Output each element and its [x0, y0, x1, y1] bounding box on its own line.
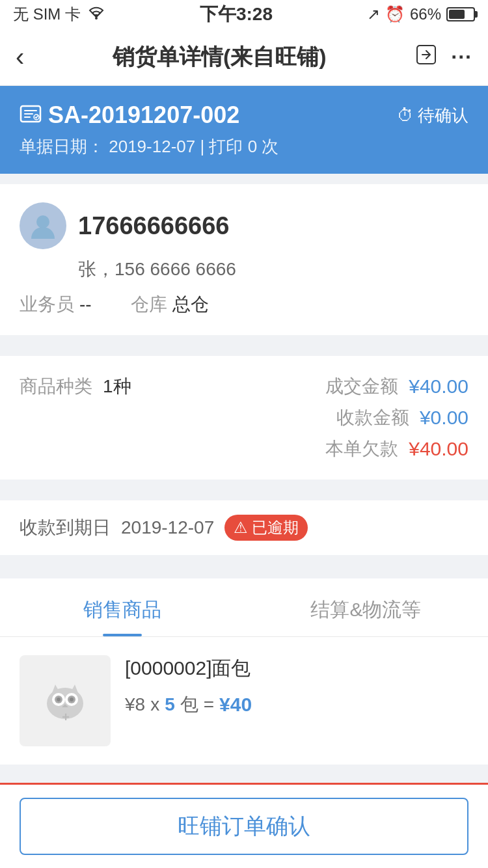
customer-card: 17666666666 张，156 6666 6666 业务员 -- 仓库 总仓 [0, 184, 488, 335]
product-unit: 包 [180, 692, 198, 717]
owed-label: 本单欠款 [325, 437, 398, 461]
tab-sales-label: 销售商品 [83, 599, 161, 620]
bottom-bar: 旺铺订单确认 [0, 783, 488, 868]
warehouse-label: 仓库 [131, 292, 167, 317]
owed-value: ¥40.00 [409, 438, 468, 460]
order-id-text: SA-20191207-002 [48, 102, 239, 129]
status-left: 无 SIM 卡 [13, 4, 105, 25]
nav-left: ‹ [16, 42, 24, 72]
svg-marker-13 [52, 685, 60, 693]
product-total: ¥40 [219, 694, 252, 716]
print-count: 0 [248, 137, 257, 156]
svg-point-4 [36, 215, 49, 228]
product-card: + [0000002]面包 ¥8 x 5 包 = ¥40 [0, 637, 488, 765]
due-date-value: 2019-12-07 [121, 517, 214, 538]
more-icon[interactable]: ··· [451, 45, 472, 69]
sales-label: 业务员 [20, 292, 74, 317]
sales-info: 业务员 -- [20, 292, 92, 317]
product-price-row: ¥8 x 5 包 = ¥40 [125, 692, 468, 717]
back-button[interactable]: ‹ [16, 42, 24, 72]
status-icon: ⏱ [397, 105, 414, 126]
nav-right: ··· [414, 43, 472, 71]
overdue-text: 已逾期 [252, 517, 299, 538]
product-image: + [20, 655, 111, 746]
owed-row: 本单欠款 ¥40.00 [325, 437, 468, 461]
product-logo: + [39, 675, 91, 727]
equals-sign: = [204, 694, 214, 715]
amount-label: 成交金额 [325, 374, 398, 399]
amount-row: 成交金额 ¥40.00 [325, 374, 468, 399]
alarm-icon: ⏰ [385, 5, 405, 23]
product-type-row: 商品种类 1种 [20, 374, 131, 399]
tabs-container: 销售商品 结算&物流等 [0, 578, 488, 637]
svg-point-11 [70, 698, 74, 701]
svg-marker-14 [70, 685, 78, 693]
warehouse-value: 总仓 [172, 292, 209, 317]
confirm-button[interactable]: 旺铺订单确认 [20, 798, 468, 855]
date-value: 2019-12-07 [109, 137, 195, 156]
summary-right: 成交金额 ¥40.00 收款金额 ¥0.00 本单欠款 ¥40.00 [325, 374, 468, 461]
order-date: 单据日期： 2019-12-07 | 打印 0 次 [20, 135, 468, 158]
tab-settlement[interactable]: 结算&物流等 [244, 578, 488, 636]
order-id: SA-20191207-002 [20, 102, 239, 129]
status-text: 待确认 [418, 104, 468, 127]
received-label: 收款金额 [336, 405, 409, 430]
product-info: [0000002]面包 ¥8 x 5 包 = ¥40 [125, 655, 468, 717]
tab-sales-products[interactable]: 销售商品 [0, 578, 244, 636]
svg-point-10 [57, 698, 61, 701]
overdue-badge: ⚠ 已逾期 [224, 515, 308, 541]
amount-value: ¥40.00 [409, 375, 468, 398]
status-bar: 无 SIM 卡 下午3:28 ↗ ⏰ 66% [0, 0, 488, 29]
received-value: ¥0.00 [420, 407, 468, 429]
customer-meta: 业务员 -- 仓库 总仓 [20, 292, 468, 317]
print-label: | 打印 [200, 137, 243, 156]
summary-card: 商品种类 1种 成交金额 ¥40.00 收款金额 ¥0.00 本单欠款 ¥40.… [0, 356, 488, 480]
divider-2 [0, 480, 488, 490]
battery-icon [446, 7, 475, 21]
status-time: 下午3:28 [200, 2, 273, 27]
wifi-icon [87, 5, 105, 23]
share-icon[interactable] [414, 43, 438, 71]
divider-3 [0, 555, 488, 565]
avatar [20, 202, 66, 249]
divider-1 [0, 335, 488, 346]
location-icon: ↗ [367, 5, 380, 23]
print-unit: 次 [262, 137, 278, 156]
product-type-label: 商品种类 [20, 374, 92, 399]
received-row: 收款金额 ¥0.00 [336, 405, 468, 430]
page-title: 销货单详情(来自旺铺) [113, 42, 327, 72]
multiply-sign: x [150, 694, 159, 715]
nav-bar: ‹ 销货单详情(来自旺铺) ··· [0, 29, 488, 86]
status-right: ↗ ⏰ 66% [367, 5, 475, 23]
svg-text:+: + [62, 710, 69, 724]
status-badge: ⏱ 待确认 [397, 104, 468, 127]
product-price: ¥8 [125, 694, 145, 715]
summary-left: 商品种类 1种 [20, 374, 131, 399]
due-date-card: 收款到期日 2019-12-07 ⚠ 已逾期 [0, 500, 488, 555]
order-id-icon [20, 102, 42, 129]
carrier-label: 无 SIM 卡 [13, 4, 81, 25]
warehouse-info: 仓库 总仓 [131, 292, 209, 317]
header-card: SA-20191207-002 ⏱ 待确认 单据日期： 2019-12-07 |… [0, 86, 488, 174]
customer-phone: 17666666666 [78, 212, 229, 240]
sales-value: -- [79, 294, 92, 315]
customer-name: 张，156 6666 6666 [20, 257, 468, 282]
svg-point-0 [95, 17, 98, 20]
due-date-label: 收款到期日 [20, 515, 111, 540]
product-type-value: 1种 [103, 374, 131, 399]
product-name: [0000002]面包 [125, 655, 468, 682]
product-qty: 5 [165, 694, 175, 715]
date-label: 单据日期： [20, 137, 104, 156]
tab-settlement-label: 结算&物流等 [310, 599, 421, 620]
battery-percent: 66% [410, 5, 441, 23]
overdue-icon: ⚠ [234, 519, 248, 537]
